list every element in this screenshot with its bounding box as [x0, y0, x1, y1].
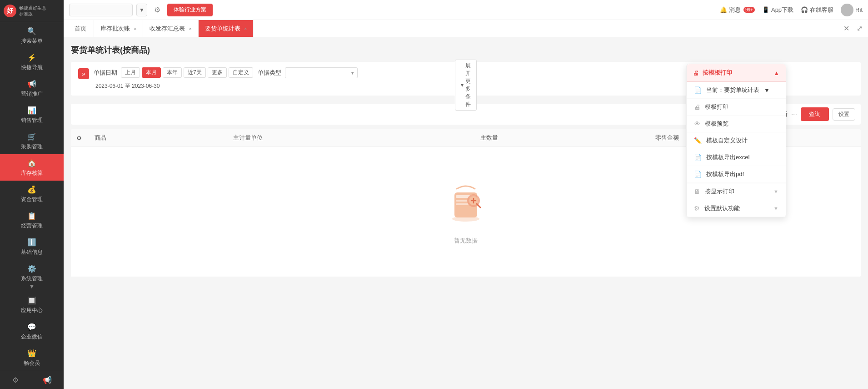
template-design-icon: ✏️ [694, 137, 702, 144]
sidebar-item-operations[interactable]: 📋 经营管理 [0, 207, 64, 233]
topbar-search-input[interactable] [69, 4, 133, 16]
export-excel-icon: 📄 [694, 154, 702, 161]
order-type-label: 单据类型 [258, 69, 281, 77]
printer-dropdown-icon: 🖨 [693, 70, 699, 76]
sidebar-item-system[interactable]: ⚙️ 系统管理 [0, 260, 64, 281]
topbar-right: 🔔 消息 99+ 📱 App下载 🎧 在线客服 Rit [720, 4, 863, 16]
column-settings-icon[interactable]: ⚙ [76, 135, 82, 141]
dropdown-title: 按模板打印 [703, 69, 773, 77]
date-btn-last7[interactable]: 近7天 [184, 67, 206, 78]
sidebar-item-finance[interactable]: 💰 资金管理 [0, 181, 64, 207]
current-arrow: ▼ [764, 87, 770, 94]
default-func-icon: ⚙ [694, 205, 700, 212]
sidebar-bottom: ⚙ 📢 [0, 371, 64, 389]
sidebar-item-quick-nav[interactable]: ⚡ 快捷导航 [0, 49, 64, 75]
topbar-message[interactable]: 🔔 消息 99+ [720, 6, 755, 14]
industry-btn[interactable]: 体验行业方案 [167, 4, 213, 16]
date-buttons: 上月 本月 本年 近7天 更多 自定义 [121, 67, 253, 78]
dropdown-current[interactable]: 📄 当前：要货单统计表 ▼ [687, 82, 786, 99]
th-product: 商品 [89, 129, 228, 147]
th-quantity: 主数量 [475, 129, 650, 147]
tab-close-order-summary[interactable]: × [244, 26, 247, 31]
sidebar-item-wechat[interactable]: 💬 企业微信 [0, 318, 64, 344]
topbar-user[interactable]: Rit [841, 4, 863, 16]
sidebar-item-inventory[interactable]: 🏠 库存核算 [0, 154, 64, 181]
tabbar-actions: ✕ ⤢ [842, 22, 864, 35]
date-btn-current-year[interactable]: 本年 [163, 67, 182, 78]
empty-text: 暂无数据 [454, 237, 478, 245]
display-print-arrow: ▼ [773, 189, 778, 194]
topbar: ▼ ⚙ 体验行业方案 🔔 消息 99+ 📱 App下载 🎧 在线客服 Rit [64, 0, 868, 20]
expand-more-btn[interactable]: ▾ 展开更多条件 [455, 60, 477, 111]
speaker-icon[interactable]: 📢 [43, 376, 52, 384]
tab-home[interactable]: 首页 [67, 20, 94, 37]
current-label: 当前：要货单统计表 [706, 86, 759, 94]
topbar-app-download[interactable]: 📱 App下载 [762, 6, 793, 14]
export-pdf-icon: 📄 [694, 171, 702, 178]
current-icon: 📄 [694, 86, 702, 94]
date-label: 单据日期 [94, 69, 117, 77]
th-settings[interactable]: ⚙ [71, 129, 89, 147]
sidebar-item-members[interactable]: 👑 畅会员 [0, 344, 64, 371]
empty-illustration [443, 179, 489, 224]
tabbar: 首页 库存批次账 × 收发存汇总表 × 要货单统计表 × ✕ ⤢ [64, 20, 868, 37]
dropdown-header: 🖨 按模板打印 ▲ [687, 64, 786, 82]
default-func-arrow: ▼ [773, 206, 778, 211]
date-range: 2023-06-01 至 2023-06-30 [95, 82, 253, 90]
empty-icon [443, 179, 489, 231]
settings-btn[interactable]: 设置 [833, 108, 855, 121]
mobile-icon: 📱 [762, 6, 769, 13]
sidebar: 好 畅捷通好生意 标准版 🔍 搜索菜单 ⚡ 快捷导航 📢 营销推广 📊 销售管理… [0, 0, 64, 389]
date-btn-more[interactable]: 更多 [208, 67, 227, 78]
sidebar-item-marketing[interactable]: 📢 营销推广 [0, 75, 64, 101]
settings-icon[interactable]: ⚙ [12, 376, 19, 384]
sidebar-item-apps[interactable]: 🔲 应用中心 [0, 292, 64, 318]
dropdown-item-template-preview[interactable]: 👁 模板预览 [687, 116, 786, 132]
sidebar-nav: ⚡ 快捷导航 📢 营销推广 📊 销售管理 🛒 采购管理 🏠 库存核算 💰 资金管… [0, 49, 64, 281]
display-print-icon: 🖥 [694, 188, 700, 195]
dropdown-item-export-excel[interactable]: 📄 按模板导出excel [687, 149, 786, 166]
query-btn[interactable]: 查询 [801, 107, 829, 121]
filter-type-row: 单据类型 [258, 67, 358, 78]
date-btn-current-month[interactable]: 本月 [142, 67, 161, 78]
dropdown-item-export-pdf[interactable]: 📄 按模板导出pdf [687, 166, 786, 183]
tab-close-batch-account[interactable]: × [134, 26, 136, 31]
template-preview-icon: 👁 [694, 120, 700, 127]
dropdown-item-template-print[interactable]: 🖨 模板打印 [687, 99, 786, 116]
topbar-gear-icon[interactable]: ⚙ [151, 4, 164, 16]
order-type-select-wrap[interactable] [285, 67, 358, 78]
svg-rect-4 [456, 203, 469, 205]
tab-close-all-icon[interactable]: ✕ [842, 22, 851, 35]
dropdown-item-display-print[interactable]: 🖥 按显示打印 ▼ [687, 183, 786, 200]
dropdown-item-default-func[interactable]: ⚙ 设置默认功能 ▼ [687, 200, 786, 217]
topbar-dropdown-btn[interactable]: ▼ [136, 4, 147, 16]
tab-close-receipt-summary[interactable]: × [189, 26, 191, 31]
logo-icon: 好 [4, 5, 16, 17]
tab-order-summary[interactable]: 要货单统计表 × [199, 20, 254, 37]
dropdown-chevron[interactable]: ▲ [773, 70, 779, 76]
topbar-online-service[interactable]: 🎧 在线客服 [801, 6, 833, 14]
dropdown-item-template-design[interactable]: ✏️ 模板自定义设计 [687, 132, 786, 149]
expand-icon: ▾ [461, 82, 464, 88]
tab-batch-account[interactable]: 库存批次账 × [94, 20, 143, 37]
content-area: 要货单统计表(按商品) » 单据日期 上月 本月 本年 近7天 更多 自定义 [64, 37, 868, 389]
filter-toggle-btn[interactable]: » [78, 68, 89, 79]
app-name: 畅捷通好生意 标准版 [19, 5, 46, 17]
sidebar-scroll-down[interactable]: ▼ [0, 281, 64, 292]
tab-receipt-summary[interactable]: 收发存汇总表 × [143, 20, 198, 37]
date-btn-prev-month[interactable]: 上月 [121, 67, 140, 78]
user-avatar [841, 4, 853, 16]
tab-expand-icon[interactable]: ⤢ [855, 22, 864, 35]
filter-group-type: 单据类型 [258, 67, 358, 78]
filter-date-row: 单据日期 上月 本月 本年 近7天 更多 自定义 [94, 67, 253, 78]
sidebar-item-purchase[interactable]: 🛒 采购管理 [0, 128, 64, 154]
date-btn-custom[interactable]: 自定义 [229, 67, 253, 78]
sidebar-item-sales[interactable]: 📊 销售管理 [0, 101, 64, 128]
sidebar-search[interactable]: 🔍 搜索菜单 [0, 22, 64, 49]
more-actions-icon[interactable]: ··· [791, 110, 797, 118]
page-title: 要货单统计表(按商品) [71, 45, 861, 56]
order-type-select[interactable] [285, 67, 358, 78]
sidebar-item-basics[interactable]: ℹ️ 基础信息 [0, 233, 64, 260]
filter-group-date: 单据日期 上月 本月 本年 近7天 更多 自定义 2023-06-01 至 20… [94, 67, 253, 90]
headset-icon: 🎧 [801, 6, 808, 13]
